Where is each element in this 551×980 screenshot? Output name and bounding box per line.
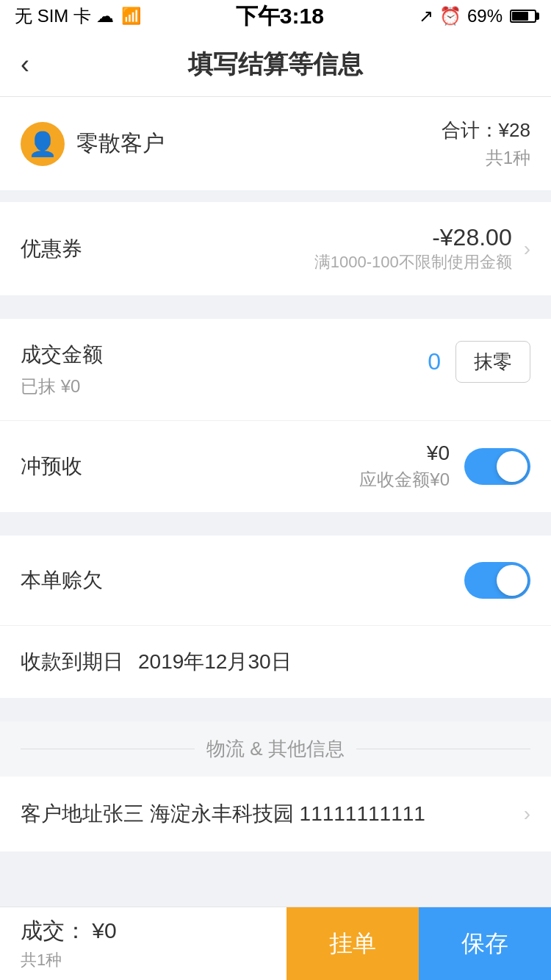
coupon-row[interactable]: 优惠券 -¥28.00 满1000-100不限制使用金额 › xyxy=(0,202,551,295)
divider-2 xyxy=(0,524,551,536)
avatar: 👤 xyxy=(21,122,65,166)
transaction-section: 成交金额 已抹 ¥0 0 抹零 冲预收 ¥0 应收金额¥0 xyxy=(0,319,551,512)
total-count: 共1种 xyxy=(442,146,530,170)
wifi-icon: 📶 xyxy=(121,7,141,26)
divider-line-right xyxy=(356,749,530,749)
coupon-right: -¥28.00 满1000-100不限制使用金额 › xyxy=(314,224,530,273)
deferred-section: 本单赊欠 收款到期日 2019年12月30日 xyxy=(0,536,551,698)
address-row[interactable]: 客户地址 张三 海淀永丰科技园 11111111111 › xyxy=(0,777,551,851)
total-label: 合计：¥28 xyxy=(442,118,530,143)
deal-amount: ¥0 xyxy=(92,918,116,943)
logistics-title: 物流 & 其他信息 xyxy=(206,736,345,762)
location-icon: ↗ xyxy=(419,6,433,26)
status-bar: 无 SIM 卡 ☁ 📶 下午3:18 ↗ ⏰ 69% xyxy=(0,0,551,32)
avatar-icon: 👤 xyxy=(28,130,57,158)
advance-toggle[interactable] xyxy=(464,448,530,485)
coupon-chevron-icon: › xyxy=(524,237,530,261)
logistics-header: 物流 & 其他信息 xyxy=(0,721,551,777)
back-button[interactable]: ‹ xyxy=(21,49,29,80)
transaction-right: 0 抹零 xyxy=(411,341,530,383)
bottom-info: 成交： ¥0 共1种 xyxy=(0,916,287,971)
transaction-row: 成交金额 已抹 ¥0 0 抹零 xyxy=(0,319,551,420)
status-left: 无 SIM 卡 ☁ 📶 xyxy=(15,4,141,28)
duedate-label: 收款到期日 xyxy=(21,648,123,676)
deferred-toggle[interactable] xyxy=(464,562,530,599)
transaction-amount-input[interactable]: 0 xyxy=(411,348,441,375)
coupon-sub: 满1000-100不限制使用金额 xyxy=(314,251,512,273)
page-title: 填写结算等信息 xyxy=(188,48,363,82)
nav-bar: ‹ 填写结算等信息 xyxy=(0,32,551,97)
bottom-deal-label: 成交： ¥0 xyxy=(21,916,266,946)
sim-label: 无 SIM 卡 ☁ xyxy=(15,4,114,28)
divider-1 xyxy=(0,307,551,319)
customer-section: 👤 零散客户 合计：¥28 共1种 xyxy=(0,97,551,190)
bottom-count: 共1种 xyxy=(21,949,266,971)
transaction-label: 成交金额 xyxy=(21,341,109,369)
advance-label: 冲预收 xyxy=(21,453,82,480)
advance-amounts: ¥0 应收金额¥0 xyxy=(359,442,450,491)
deducted-text: 已抹 ¥0 xyxy=(21,375,109,398)
bottom-bar: 成交： ¥0 共1种 挂单 保存 xyxy=(0,907,551,980)
logistics-divider: 物流 & 其他信息 xyxy=(21,736,530,762)
toggle-knob xyxy=(497,451,527,482)
divider-3 xyxy=(0,710,551,721)
battery-label: 69% xyxy=(467,6,503,26)
deferred-label: 本单赊欠 xyxy=(21,566,109,594)
divider-line-left xyxy=(21,749,195,749)
customer-name: 零散客户 xyxy=(76,129,165,159)
duedate-value: 2019年12月30日 xyxy=(138,648,292,676)
deal-prefix: 成交： xyxy=(21,918,87,943)
transaction-label-group: 成交金额 已抹 ¥0 xyxy=(21,341,109,398)
battery-icon xyxy=(510,10,536,23)
address-value: 张三 海淀永丰科技园 11111111111 xyxy=(103,800,518,828)
customer-row: 👤 零散客户 合计：¥28 共1种 xyxy=(0,97,551,190)
time-label: 下午3:18 xyxy=(236,1,324,32)
save-button[interactable]: 保存 xyxy=(419,907,551,980)
alarm-icon: ⏰ xyxy=(439,6,461,26)
hold-button[interactable]: 挂单 xyxy=(287,907,419,980)
advance-sub-value: 应收金额¥0 xyxy=(359,468,450,491)
coupon-amount: -¥28.00 xyxy=(314,224,512,251)
status-right: ↗ ⏰ 69% xyxy=(419,6,536,26)
address-label: 客户地址 xyxy=(21,800,103,828)
advance-main-value: ¥0 xyxy=(359,442,450,465)
address-section[interactable]: 客户地址 张三 海淀永丰科技园 11111111111 › xyxy=(0,777,551,851)
duedate-row: 收款到期日 2019年12月30日 xyxy=(0,625,551,698)
round-off-button[interactable]: 抹零 xyxy=(455,341,530,383)
coupon-section[interactable]: 优惠券 -¥28.00 满1000-100不限制使用金额 › xyxy=(0,202,551,295)
advance-row: 冲预收 ¥0 应收金额¥0 xyxy=(0,420,551,512)
customer-info: 👤 零散客户 xyxy=(21,122,165,166)
deferred-row: 本单赊欠 xyxy=(0,536,551,625)
advance-right: ¥0 应收金额¥0 xyxy=(359,442,530,491)
customer-total: 合计：¥28 共1种 xyxy=(442,118,530,170)
address-chevron-icon: › xyxy=(524,802,530,826)
coupon-label: 优惠券 xyxy=(21,235,109,263)
deferred-toggle-knob xyxy=(497,565,527,596)
